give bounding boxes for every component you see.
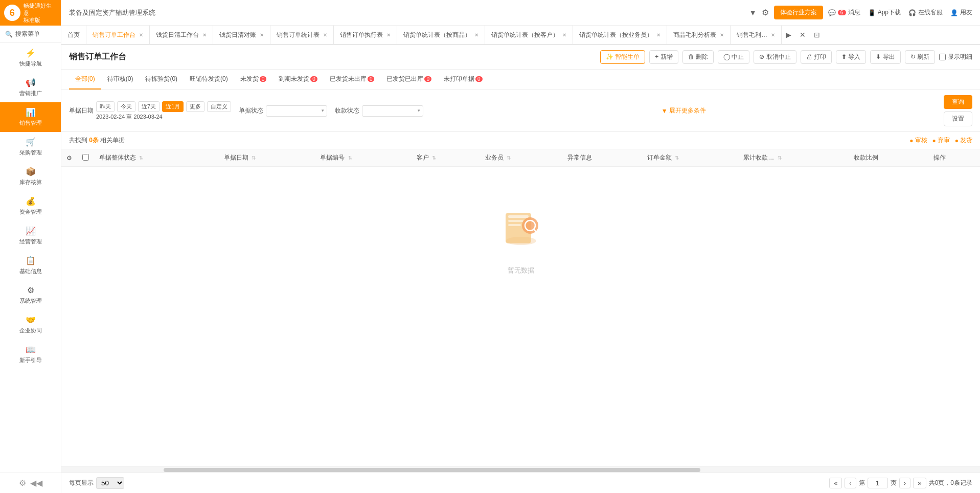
sidebar-item-guide[interactable]: 📖 新手引导 (0, 340, 61, 369)
tab-close-cash-clear[interactable]: ✕ (202, 32, 207, 38)
filter-tab-pending-review[interactable]: 待审核(0) (101, 70, 140, 89)
set-button[interactable]: 设置 (944, 111, 972, 126)
sidebar-search-item[interactable]: 🔍 搜索菜单 (0, 26, 61, 43)
tab-home[interactable]: 首页 (61, 26, 86, 44)
date-btn-7days[interactable]: 近7天 (138, 101, 159, 112)
filter-tab-wangpu[interactable]: 旺铺待发货(0) (184, 70, 234, 89)
payment-select[interactable] (362, 105, 423, 117)
last-page-button[interactable]: » (913, 478, 926, 488)
user-icon: 👤 (950, 9, 958, 16)
sidebar-item-inventory[interactable]: 📦 库存核算 (0, 162, 61, 191)
user-avatar-item[interactable]: 👤 用友 (950, 8, 972, 17)
online-service-item[interactable]: 🎧 在线客服 (908, 8, 943, 17)
select-all-checkbox[interactable] (82, 154, 89, 161)
sidebar-item-purchase[interactable]: 🛒 采购管理 (0, 132, 61, 162)
detail-checkbox-input[interactable] (939, 54, 946, 60)
tab-sales-by-customer[interactable]: 销货单统计表（按客户） ✕ (485, 26, 573, 44)
tab-sales-gross[interactable]: 销售毛利… ✕ (731, 26, 782, 44)
col-overall-status[interactable]: 单据整体状态 ⇅ (94, 149, 219, 167)
tab-sales-stats[interactable]: 销售订单统计表 ✕ (270, 26, 334, 44)
scrollbar-thumb[interactable] (164, 468, 700, 472)
date-btn-yesterday[interactable]: 昨天 (96, 101, 115, 112)
sidebar-item-finance[interactable]: 💰 资金管理 (0, 191, 61, 221)
sidebar-item-quick-nav[interactable]: ⚡ 快捷导航 (0, 43, 61, 73)
smart-create-button[interactable]: ✨ 智能生单 (600, 50, 645, 64)
date-btn-today[interactable]: 今天 (117, 101, 135, 112)
delete-button[interactable]: 🗑 删除 (682, 50, 714, 64)
filter-tab-shipped-out[interactable]: 已发货已出库0 (380, 70, 438, 89)
tab-expand-btn[interactable]: ⊡ (810, 26, 824, 44)
filter-tab-shipped-not-out[interactable]: 已发货未出库0 (324, 70, 381, 89)
stop-button[interactable]: ◯ 中止 (718, 50, 749, 64)
sidebar-item-operations[interactable]: 📈 经营管理 (0, 221, 61, 251)
tab-cash-daily-clear[interactable]: 钱货日清工作台 ✕ (150, 26, 213, 44)
first-page-button[interactable]: « (829, 478, 842, 488)
tab-close-by-customer[interactable]: ✕ (562, 32, 566, 38)
export-button[interactable]: ⬇ 导出 (870, 50, 900, 64)
tab-sales-by-staff[interactable]: 销货单统计表（按业务员） ✕ (573, 26, 667, 44)
col-staff[interactable]: 业务员 ⇅ (480, 149, 562, 167)
expand-conditions-button[interactable]: ▼ 展开更多条件 (662, 106, 706, 115)
settings-bottom-icon[interactable]: ⚙ (19, 478, 26, 488)
sidebar-item-system[interactable]: ⚙ 系统管理 (0, 280, 61, 310)
tab-forward-btn[interactable]: ▶ (782, 26, 795, 44)
app-download-item[interactable]: 📱 App下载 (868, 8, 901, 17)
page-number-input[interactable] (868, 478, 888, 488)
topbar-settings-icon[interactable]: ⚙ (762, 8, 769, 17)
status-select[interactable] (266, 105, 327, 117)
import-button[interactable]: ⬆ 导入 (836, 50, 866, 64)
message-icon-item[interactable]: 💬 6 消息 (828, 8, 860, 17)
date-btn-more[interactable]: 更多 (186, 101, 204, 112)
sidebar-item-enterprise[interactable]: 🤝 企业协同 (0, 310, 61, 340)
tab-close-by-staff[interactable]: ✕ (656, 32, 660, 38)
col-cumulative[interactable]: 累计收款… ⇅ (738, 149, 849, 167)
filter-tab-unshipped[interactable]: 未发货0 (234, 70, 273, 89)
filter-tab-overdue-unshipped[interactable]: 到期未发货0 (272, 70, 324, 89)
table-operations: ● 审核 ● 弃审 ● 发货 (909, 136, 972, 145)
tab-cash-reconcile[interactable]: 钱货日清对账 ✕ (213, 26, 270, 44)
show-detail-checkbox[interactable]: 显示明细 (939, 53, 972, 61)
col-amount[interactable]: 订单金额 ⇅ (642, 149, 739, 167)
col-date[interactable]: 单据日期 ⇅ (219, 149, 315, 167)
print-button[interactable]: 🖨 打印 (801, 50, 832, 64)
tab-close-sales-exec[interactable]: ✕ (386, 32, 391, 38)
tab-close-sales-stats[interactable]: ✕ (323, 32, 327, 38)
filter-tab-all[interactable]: 全部(0) (69, 70, 101, 89)
tab-sales-order-workbench[interactable]: 销售订单工作台 ✕ (86, 26, 150, 45)
tab-profit-analysis[interactable]: 商品毛利分析表 ✕ (667, 26, 731, 44)
tab-sales-exec[interactable]: 销售订单执行表 ✕ (334, 26, 397, 44)
date-btn-1month[interactable]: 近1月 (162, 101, 184, 112)
col-settings[interactable]: ⚙ (61, 149, 77, 167)
pagination: 每页显示 10 20 50 100 « ‹ 第 页 › » 共0页，0条记录 (61, 473, 980, 493)
tab-close-cash-reconcile[interactable]: ✕ (260, 32, 264, 38)
filter-tab-unprinted[interactable]: 未打印单据0 (438, 70, 489, 89)
col-number[interactable]: 单据编号 ⇅ (315, 149, 412, 167)
refresh-button[interactable]: ↻ 刷新 (905, 50, 935, 64)
tab-close-by-product[interactable]: ✕ (474, 32, 478, 38)
industry-solution-button[interactable]: 体验行业方案 (774, 6, 823, 19)
tab-sales-by-product[interactable]: 销货单统计表（按商品） ✕ (397, 26, 485, 44)
ship-btn[interactable]: ● 发货 (955, 136, 972, 145)
page-size-select[interactable]: 10 20 50 100 (96, 477, 124, 489)
filter-tab-pending-check[interactable]: 待拣验货(0) (139, 70, 184, 89)
system-dropdown[interactable]: ▼ (749, 9, 757, 17)
query-button[interactable]: 查询 (944, 95, 972, 109)
tab-close-sales-order[interactable]: ✕ (139, 32, 143, 38)
add-button[interactable]: + 新增 (649, 50, 678, 64)
sidebar-item-sales[interactable]: 📊 销售管理 (0, 102, 61, 132)
date-btn-custom[interactable]: 自定义 (207, 101, 231, 112)
collapse-icon[interactable]: ◀◀ (30, 478, 42, 488)
sidebar-item-basic-info[interactable]: 📋 基础信息 (0, 251, 61, 280)
cancel-stop-button[interactable]: ⊘ 取消中止 (754, 50, 796, 64)
next-page-button[interactable]: › (899, 478, 910, 488)
col-checkbox[interactable] (77, 149, 94, 167)
col-customer[interactable]: 客户 ⇅ (412, 149, 480, 167)
prev-page-button[interactable]: ‹ (845, 478, 856, 488)
tab-close-profit[interactable]: ✕ (720, 32, 724, 38)
tab-close-gross[interactable]: ✕ (771, 32, 775, 38)
sidebar-item-marketing[interactable]: 📢 营销推广 (0, 73, 61, 102)
review-btn[interactable]: ● 审核 (909, 136, 927, 145)
horizontal-scrollbar[interactable] (61, 466, 980, 473)
abandon-review-btn[interactable]: ● 弃审 (932, 136, 950, 145)
tab-close-all-btn[interactable]: ✕ (795, 26, 810, 44)
